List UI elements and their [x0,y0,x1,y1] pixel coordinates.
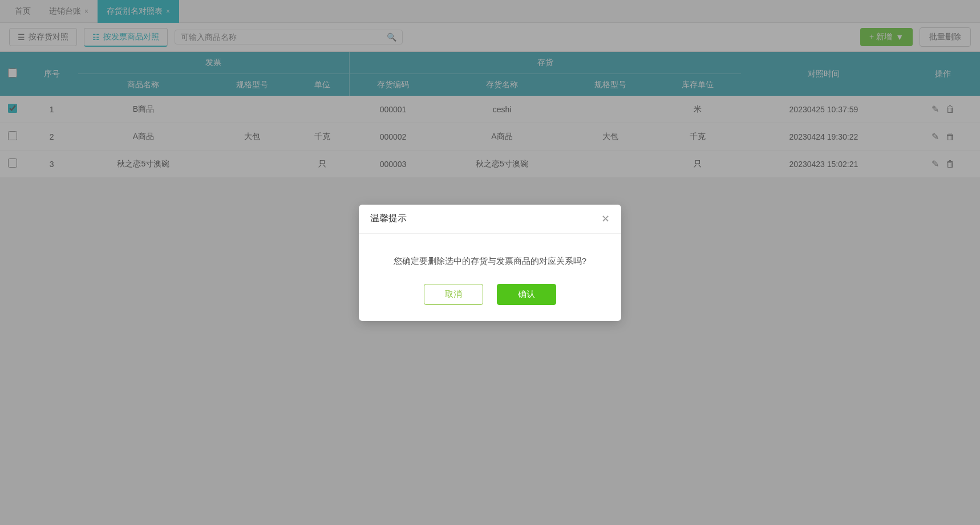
modal-overlay: 温馨提示 ✕ 您确定要删除选中的存货与发票商品的对应关系吗? 取消 确认 [0,0,980,178]
